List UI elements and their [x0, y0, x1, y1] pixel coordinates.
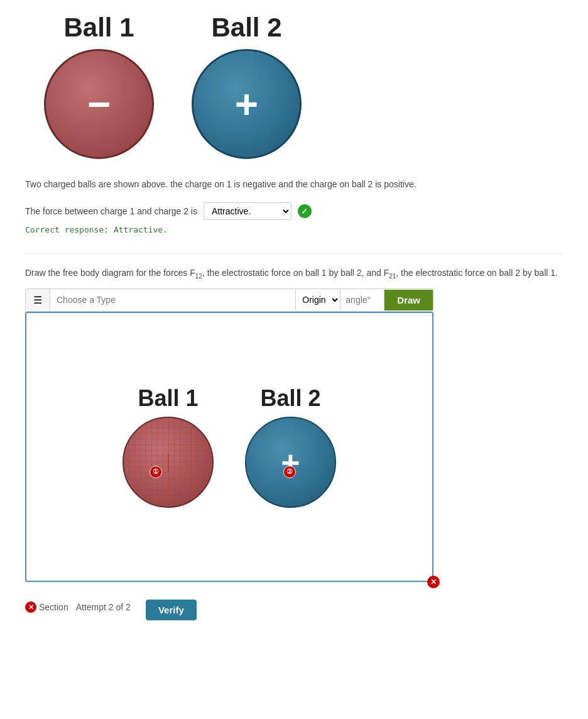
ball2-visual: + [192, 49, 302, 159]
ball1-container: Ball 1 − [44, 13, 154, 159]
canvas-ball1-visual: ① [122, 417, 214, 508]
correct-check-icon: ✓ [298, 204, 312, 218]
toolbar-menu-button[interactable]: ☰ [26, 289, 50, 311]
force-label: The force between charge 1 and charge 2 … [25, 206, 197, 216]
bottom-section: ✕ Section Attempt 2 of 2 Verify [25, 595, 563, 620]
draw-toolbar: ☰ Origin Draw [25, 288, 433, 312]
canvas-wrapper: Ball 1 ① Ball 2 + ② ✕ [25, 312, 433, 582]
angle-input[interactable] [340, 290, 384, 310]
hamburger-icon: ☰ [33, 294, 42, 306]
attempt-text: Attempt 2 of 2 [76, 602, 131, 612]
force-question-row: The force between charge 1 and charge 2 … [25, 202, 563, 220]
section-label-text: Section [39, 602, 68, 612]
canvas-ball1-title: Ball 1 [138, 385, 198, 412]
ball1-title: Ball 1 [63, 13, 134, 43]
section-error-icon: ✕ [25, 601, 36, 613]
fbd-instruction: Draw the free body diagram for the force… [25, 266, 563, 281]
section-label-group: ✕ Section [25, 601, 68, 613]
fbd-canvas[interactable]: Ball 1 ① Ball 2 + ② [25, 312, 433, 582]
force-type-select[interactable]: Attractive. Repulsive. [204, 202, 291, 220]
canvas-ball2-container: Ball 2 + ② [245, 385, 336, 508]
ball1-visual: − [44, 49, 154, 159]
canvas-error-icon: ✕ [427, 576, 440, 588]
ball2-title: Ball 2 [211, 13, 281, 43]
ball2-symbol: + [235, 81, 258, 128]
ball1-symbol: − [87, 81, 111, 128]
ball2-container: Ball 2 + [192, 13, 302, 159]
canvas-ball2-visual: + ② [245, 417, 336, 508]
draw-button[interactable]: Draw [384, 290, 433, 310]
origin-select[interactable]: Origin [296, 289, 340, 310]
verify-button[interactable]: Verify [146, 600, 197, 620]
section-divider [25, 253, 563, 254]
type-input[interactable] [50, 290, 296, 310]
ball1-badge: ① [150, 466, 162, 478]
canvas-balls: Ball 1 ① Ball 2 + ② [110, 373, 349, 520]
canvas-ball1-container: Ball 1 ① [122, 385, 214, 508]
correct-response-text: Correct response: Attractive. [25, 225, 563, 234]
canvas-ball2-title: Ball 2 [260, 385, 320, 412]
description-text: Two charged balls are shown above. the c… [25, 178, 563, 191]
ball2-badge: ② [283, 466, 296, 478]
top-balls-section: Ball 1 − Ball 2 + [25, 13, 563, 159]
